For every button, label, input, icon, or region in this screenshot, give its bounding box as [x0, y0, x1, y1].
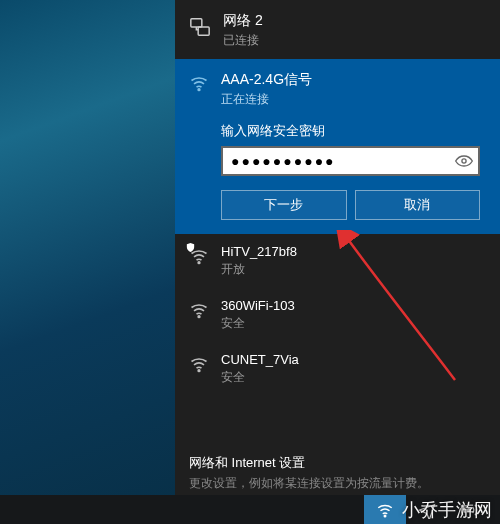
network-item[interactable]: HiTV_217bf8 开放	[175, 234, 500, 288]
network-settings-footer: 网络和 Internet 设置 更改设置，例如将某连接设置为按流量计费。	[175, 444, 500, 495]
svg-point-8	[468, 508, 471, 511]
current-network-title: 网络 2	[223, 12, 263, 30]
next-button-label: 下一步	[264, 196, 303, 214]
svg-point-6	[198, 370, 200, 372]
ethernet-icon	[189, 16, 211, 38]
network-flyout-panel: 网络 2 已连接 AAA-2.4G信号 正在连接 输入网络安全密钥	[175, 0, 500, 495]
next-button[interactable]: 下一步	[221, 190, 347, 220]
connecting-status: 正在连接	[221, 91, 312, 108]
network-item[interactable]: CUNET_7Via 安全	[175, 342, 500, 396]
network-security: 安全	[221, 369, 299, 386]
cancel-button-label: 取消	[404, 196, 430, 214]
connecting-network-section: AAA-2.4G信号 正在连接 输入网络安全密钥 下一步 取消	[175, 59, 500, 234]
svg-point-4	[198, 262, 200, 264]
taskbar-airplane-button[interactable]	[406, 495, 448, 524]
network-ssid: CUNET_7Via	[221, 352, 299, 367]
svg-rect-0	[191, 19, 202, 27]
password-prompt: 输入网络安全密钥	[221, 122, 486, 140]
current-network-header: 网络 2 已连接	[175, 0, 500, 59]
taskbar-hotspot-button[interactable]	[448, 495, 490, 524]
reveal-password-icon[interactable]	[454, 151, 474, 171]
network-ssid: 360WiFi-103	[221, 298, 295, 313]
svg-point-5	[198, 316, 200, 318]
taskbar	[0, 495, 500, 524]
cancel-button[interactable]: 取消	[355, 190, 481, 220]
network-ssid: HiTV_217bf8	[221, 244, 297, 259]
wifi-icon	[189, 73, 209, 93]
available-networks-list: HiTV_217bf8 开放 360WiFi-103 安全	[175, 234, 500, 444]
taskbar-wifi-button[interactable]	[364, 495, 406, 524]
current-network-status: 已连接	[223, 32, 263, 49]
network-settings-desc: 更改设置，例如将某连接设置为按流量计费。	[189, 476, 486, 491]
svg-rect-1	[198, 27, 209, 35]
wifi-icon	[189, 354, 209, 374]
network-security: 安全	[221, 315, 295, 332]
network-item[interactable]: 360WiFi-103 安全	[175, 288, 500, 342]
network-security: 开放	[221, 261, 297, 278]
wifi-icon	[189, 300, 209, 320]
svg-point-3	[462, 159, 466, 163]
connecting-ssid: AAA-2.4G信号	[221, 71, 312, 89]
svg-point-2	[198, 89, 200, 91]
wifi-icon	[189, 246, 209, 266]
password-input[interactable]	[221, 146, 480, 176]
svg-point-7	[384, 515, 386, 517]
network-settings-link[interactable]: 网络和 Internet 设置	[189, 454, 486, 472]
shield-icon	[185, 242, 196, 253]
